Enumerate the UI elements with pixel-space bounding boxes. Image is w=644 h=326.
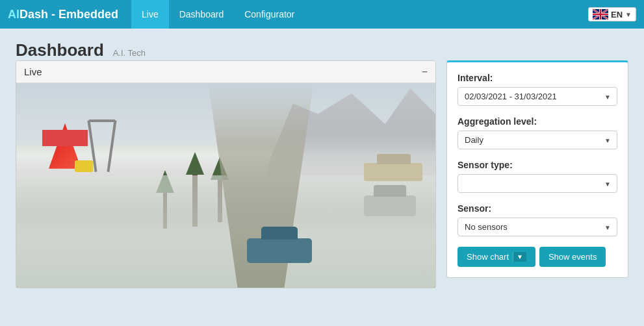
sensor-group: Sensor: No sensors (457, 203, 617, 236)
sensor-type-group: Sensor type: (457, 160, 617, 193)
svg-rect-8 (600, 9, 601, 19)
minimize-button[interactable]: − (422, 67, 428, 77)
page-title: Dashboard (16, 40, 104, 60)
nav-item-configurator[interactable]: Configurator (234, 0, 305, 29)
interval-select-wrapper: 02/03/2021 - 31/03/2021 (457, 87, 617, 106)
nav-right: EN ▼ (588, 7, 636, 21)
show-events-button[interactable]: Show events (539, 247, 606, 267)
sensor-label: Sensor: (457, 203, 617, 214)
sensor-select-wrapper: No sensors (457, 218, 617, 236)
show-chart-caret[interactable]: ▼ (513, 252, 526, 262)
interval-group: Interval: 02/03/2021 - 31/03/2021 (457, 73, 617, 106)
live-panel: Live − (16, 60, 436, 288)
aggregation-group: Aggregation level: Daily Weekly Monthly (457, 116, 617, 149)
playground-equipment (75, 160, 93, 172)
navbar: AIDash - Embedded Live Dashboard Configu… (0, 0, 644, 29)
car-3 (247, 238, 312, 263)
video-scene (16, 83, 435, 288)
sensor-select[interactable]: No sensors (457, 218, 617, 236)
brand-rest: Dash - Embedded (19, 8, 118, 21)
aggregation-select[interactable]: Daily Weekly Monthly (457, 131, 617, 149)
brand-ai: AI (8, 8, 19, 21)
slide-platform (42, 130, 88, 146)
action-buttons: Show chart ▼ Show events (457, 247, 617, 267)
sensor-type-label: Sensor type: (457, 160, 617, 170)
video-area[interactable]: > (16, 83, 435, 288)
live-panel-title: Live (24, 66, 42, 77)
app-brand[interactable]: AIDash - Embedded (8, 8, 118, 21)
page-header: Dashboard A.I. Tech (16, 40, 628, 60)
main-layout: Live − (16, 60, 628, 288)
sensor-type-select[interactable] (457, 174, 617, 193)
playground (36, 97, 120, 175)
sensor-type-select-wrapper (457, 174, 617, 193)
swing-pole-right (107, 120, 116, 172)
language-caret: ▼ (625, 11, 632, 18)
show-events-label: Show events (548, 252, 597, 262)
aggregation-label: Aggregation level: (457, 116, 617, 127)
interval-select[interactable]: 02/03/2021 - 31/03/2021 (457, 87, 617, 106)
video-arrow[interactable]: > (419, 268, 426, 281)
live-panel-header: Live − (16, 61, 435, 83)
interval-label: Interval: (457, 73, 617, 83)
car-1 (364, 195, 416, 216)
swing-top (89, 119, 115, 122)
nav-item-live[interactable]: Live (131, 0, 169, 29)
right-panel: Interval: 02/03/2021 - 31/03/2021 Aggreg… (446, 60, 628, 278)
car-2 (364, 163, 422, 181)
show-chart-button[interactable]: Show chart ▼ (457, 247, 535, 267)
language-label: EN (611, 10, 623, 19)
aggregation-select-wrapper: Daily Weekly Monthly (457, 131, 617, 149)
page-content: Dashboard A.I. Tech Live − (0, 29, 644, 300)
page-subtitle: A.I. Tech (113, 48, 146, 58)
show-chart-label: Show chart (467, 252, 509, 262)
nav-item-dashboard[interactable]: Dashboard (169, 0, 235, 29)
language-selector[interactable]: EN ▼ (588, 7, 636, 21)
flag-icon (593, 9, 608, 19)
